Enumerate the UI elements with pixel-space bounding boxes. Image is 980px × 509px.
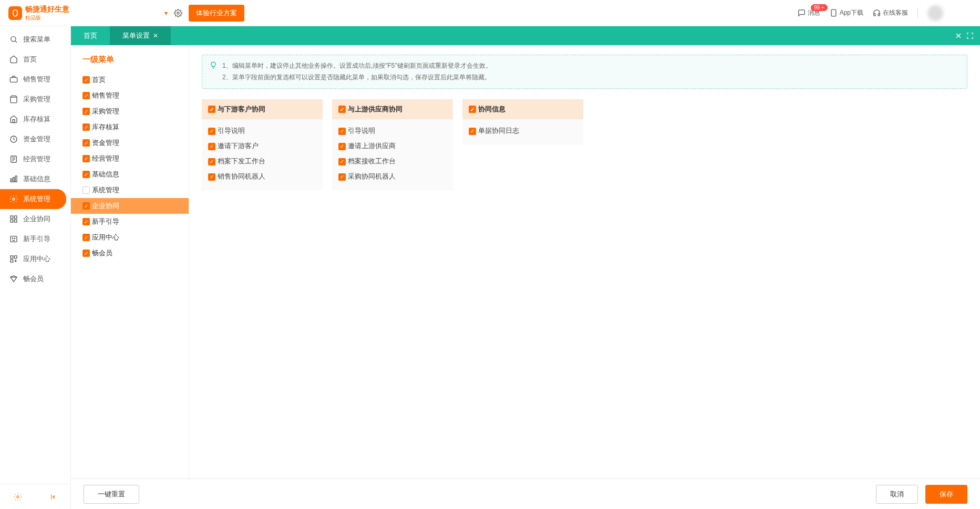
- sidebar-item-0[interactable]: 搜索菜单: [0, 29, 70, 49]
- sidebar-item-2[interactable]: 销售管理: [0, 69, 70, 89]
- close-icon[interactable]: ✕: [153, 32, 158, 39]
- sidebar-item-4[interactable]: 库存核算: [0, 109, 70, 129]
- checkbox-icon[interactable]: ✓: [208, 106, 215, 113]
- svg-rect-17: [14, 216, 17, 219]
- checkbox-icon[interactable]: ✓: [82, 108, 90, 115]
- checkbox-icon[interactable]: ✓: [469, 128, 476, 135]
- svg-rect-13: [13, 178, 15, 182]
- support-action[interactable]: 在线客服: [873, 8, 908, 17]
- checkbox-icon[interactable]: ✓: [208, 158, 215, 165]
- avatar[interactable]: [927, 5, 943, 21]
- l1-item-8[interactable]: ✓企业协同: [71, 198, 189, 214]
- sidebar-item-7[interactable]: 基础信息: [0, 169, 70, 189]
- card-item[interactable]: ✓采购协同机器人: [338, 169, 447, 184]
- checkbox-icon[interactable]: [82, 186, 90, 194]
- svg-point-0: [177, 12, 179, 14]
- download-action[interactable]: App下载: [830, 8, 863, 17]
- card-item[interactable]: ✓档案接收工作台: [338, 154, 447, 169]
- l1-item-4[interactable]: ✓资金管理: [82, 135, 189, 151]
- nav-icon: [9, 235, 18, 243]
- card-item[interactable]: ✓销售协同机器人: [208, 169, 316, 184]
- card-item[interactable]: ✓邀请上游供应商: [338, 139, 447, 154]
- sidebar: 搜索菜单首页销售管理采购管理库存核算资金管理经营管理基础信息系统管理企业协同新手…: [0, 26, 71, 509]
- card-header[interactable]: ✓协同信息: [462, 99, 583, 119]
- l1-item-9[interactable]: ✓新手引导: [82, 214, 189, 230]
- l1-item-3[interactable]: ✓库存核算: [82, 119, 189, 135]
- sidebar-item-11[interactable]: 应用中心: [0, 249, 70, 269]
- l1-item-6[interactable]: ✓基础信息: [82, 167, 189, 182]
- nav-icon: [9, 275, 18, 283]
- l1-item-7[interactable]: 系统管理: [82, 182, 189, 198]
- card-item[interactable]: ✓邀请下游客户: [208, 139, 316, 154]
- l1-item-1[interactable]: ✓销售管理: [82, 88, 189, 103]
- gear-icon[interactable]: [174, 9, 182, 17]
- checkbox-icon[interactable]: ✓: [82, 202, 90, 210]
- sidebar-item-1[interactable]: 首页: [0, 49, 70, 69]
- checkbox-icon[interactable]: ✓: [338, 173, 346, 181]
- checkbox-icon[interactable]: ✓: [82, 92, 90, 99]
- checkbox-icon[interactable]: ✓: [82, 76, 90, 84]
- footer: 一键重置 取消 保存: [71, 479, 980, 509]
- l1-item-11[interactable]: ✓畅会员: [82, 245, 189, 261]
- tab-home[interactable]: 首页: [71, 26, 110, 45]
- sidebar-item-6[interactable]: 经营管理: [0, 149, 70, 169]
- checkbox-icon[interactable]: ✓: [82, 123, 90, 131]
- sidebar-item-10[interactable]: 新手引导: [0, 229, 70, 249]
- sidebar-item-9[interactable]: 企业协同: [0, 209, 70, 229]
- settings-icon[interactable]: [14, 493, 22, 501]
- checkbox-icon[interactable]: ✓: [82, 218, 90, 225]
- chevron-down-icon[interactable]: ▾: [164, 9, 168, 17]
- collapse-icon[interactable]: [49, 493, 57, 501]
- card-item[interactable]: ✓档案下发工作台: [208, 154, 316, 169]
- nav-icon: [9, 115, 18, 123]
- card-item[interactable]: ✓引导说明: [208, 123, 316, 139]
- checkbox-icon[interactable]: ✓: [208, 143, 215, 150]
- checkbox-icon[interactable]: ✓: [338, 158, 346, 165]
- svg-rect-18: [11, 220, 13, 222]
- checkbox-icon[interactable]: ✓: [82, 139, 90, 147]
- svg-rect-29: [51, 494, 51, 499]
- nav-icon: [9, 175, 18, 183]
- level1-title: 一级菜单: [82, 55, 189, 65]
- sidebar-item-8[interactable]: 系统管理: [0, 189, 66, 209]
- logo[interactable]: 畅捷通好生意 精品版: [8, 5, 79, 22]
- nav-icon: [9, 255, 18, 263]
- checkbox-icon[interactable]: ✓: [338, 128, 346, 135]
- sidebar-item-3[interactable]: 采购管理: [0, 89, 70, 109]
- card-header[interactable]: ✓与上游供应商协同: [332, 99, 453, 119]
- messages-action[interactable]: 消息 99 +: [798, 8, 820, 17]
- nav-icon: [9, 155, 18, 163]
- checkbox-icon[interactable]: ✓: [82, 250, 90, 257]
- logo-icon: [8, 6, 22, 20]
- checkbox-icon[interactable]: ✓: [82, 171, 90, 178]
- checkbox-icon[interactable]: ✓: [469, 106, 476, 113]
- l1-item-10[interactable]: ✓应用中心: [82, 230, 189, 245]
- sidebar-item-5[interactable]: 资金管理: [0, 129, 70, 149]
- card-header[interactable]: ✓与下游客户协同: [202, 99, 323, 119]
- tab-close-all-icon[interactable]: [955, 32, 962, 39]
- checkbox-icon[interactable]: ✓: [208, 128, 215, 135]
- checkbox-icon[interactable]: ✓: [338, 106, 346, 113]
- card-1: ✓与上游供应商协同✓引导说明✓邀请上游供应商✓档案接收工作台✓采购协同机器人: [332, 99, 453, 191]
- l1-item-5[interactable]: ✓经营管理: [82, 151, 189, 167]
- checkbox-icon[interactable]: ✓: [208, 173, 215, 181]
- hint-line-1: 1、编辑菜单时，建议停止其他业务操作。设置成功后,须按"F5"键刷新页面或重新登…: [222, 60, 492, 72]
- reset-button[interactable]: 一键重置: [84, 485, 139, 504]
- tab-menu-settings[interactable]: 菜单设置 ✕: [110, 26, 171, 45]
- nav-icon: [9, 55, 18, 64]
- fullscreen-icon[interactable]: [966, 32, 974, 39]
- nav-icon: [9, 135, 18, 143]
- card-item[interactable]: ✓引导说明: [338, 123, 447, 139]
- save-button[interactable]: 保存: [925, 485, 967, 504]
- card-item[interactable]: ✓单据协同日志: [469, 123, 577, 139]
- l1-item-2[interactable]: ✓采购管理: [82, 103, 189, 119]
- cancel-button[interactable]: 取消: [876, 485, 918, 504]
- checkbox-icon[interactable]: ✓: [82, 234, 90, 241]
- sidebar-item-12[interactable]: 畅会员: [0, 269, 70, 289]
- checkbox-icon[interactable]: ✓: [338, 143, 346, 150]
- l1-item-0[interactable]: ✓首页: [82, 72, 189, 88]
- industry-solution-button[interactable]: 体验行业方案: [189, 5, 244, 22]
- checkbox-icon[interactable]: ✓: [82, 155, 90, 162]
- nav-icon: [9, 215, 18, 223]
- org-selector[interactable]: [90, 8, 117, 18]
